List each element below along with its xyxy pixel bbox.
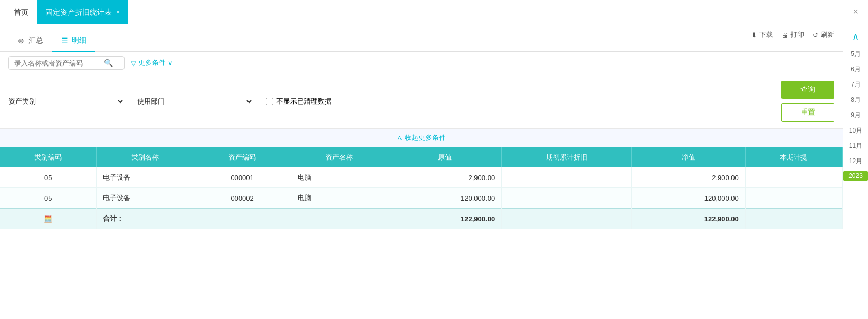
active-tab[interactable]: 固定资产折旧统计表 × [37, 0, 128, 24]
summary-label: 合计： [97, 209, 291, 229]
col-header-asset-name: 资产名称 [291, 147, 388, 167]
sidebar-month-item[interactable]: 6月 [847, 62, 864, 77]
search-input[interactable] [14, 59, 104, 67]
right-sidebar: ∧ 5月6月7月8月9月10月11月12月 2023 [843, 24, 868, 319]
sub-tabs: ⊛ 汇总 ☰ 明细 [0, 24, 743, 51]
active-tab-label: 固定资产折旧统计表 [45, 0, 112, 24]
main-panel: ⊛ 汇总 ☰ 明细 ⬇ 下载 🖨 打印 ↺ 刷 [0, 24, 843, 319]
department-select[interactable] [169, 95, 253, 108]
tab-summary-label: 汇总 [28, 36, 43, 45]
cell-original-value: 120,000.00 [388, 188, 501, 209]
sidebar-month-item[interactable]: 11月 [847, 138, 864, 154]
col-header-category-name: 类别名称 [97, 147, 194, 167]
search-bar: 🔍 ▽ 更多条件 ∨ [0, 52, 843, 74]
tab-detail[interactable]: ☰ 明细 [52, 36, 95, 52]
collapse-label: ∧ 收起更多条件 [397, 134, 446, 142]
cell-accumulated-dep [502, 188, 632, 209]
table-wrap: 类别编码 类别名称 资产编码 资产名称 原值 期初累计折旧 净值 本期计提 05… [0, 147, 843, 319]
cell-current-period [745, 167, 842, 188]
refresh-button[interactable]: ↺ 刷新 [813, 30, 834, 40]
print-label: 打印 [790, 30, 804, 40]
sidebar-month-item[interactable]: 12月 [847, 154, 864, 169]
summary-net-value: 122,900.00 [632, 209, 745, 229]
print-icon: 🖨 [781, 31, 788, 39]
tab-summary[interactable]: ⊛ 汇总 [8, 36, 52, 52]
summary-icon: ⊛ [17, 36, 25, 45]
cell-category-name: 电子设备 [97, 188, 194, 209]
hide-cleared-item: 不显示已清理数据 [266, 97, 331, 106]
sidebar-scroll-up-button[interactable]: ∧ [850, 29, 861, 44]
sidebar-month-item[interactable]: 9月 [847, 108, 864, 123]
summary-row: 🧮 合计： 122,900.00 122,900.00 [0, 209, 843, 229]
data-table: 类别编码 类别名称 资产编码 资产名称 原值 期初累计折旧 净值 本期计提 05… [0, 147, 843, 229]
col-header-net-value: 净值 [632, 147, 745, 167]
reset-button[interactable]: 重置 [781, 103, 834, 122]
cell-asset-name: 电脑 [291, 167, 388, 188]
refresh-label: 刷新 [821, 30, 834, 40]
filter-row: 资产类别 使用部门 不显示已清理数据 查询 [8, 81, 834, 122]
sidebar-month-item[interactable]: 5月 [847, 46, 864, 62]
tab-detail-label: 明细 [72, 36, 87, 45]
download-button[interactable]: ⬇ 下载 [751, 30, 773, 40]
more-conditions-button[interactable]: ▽ 更多条件 ∨ [131, 58, 173, 68]
cell-net-value: 120,000.00 [632, 188, 745, 209]
filter-area: 资产类别 使用部门 不显示已清理数据 查询 [0, 74, 843, 129]
summary-accumulated-dep [502, 209, 632, 229]
cell-asset-code: 000001 [194, 167, 291, 188]
filter-icon: ▽ [131, 59, 136, 67]
col-header-asset-code: 资产编码 [194, 147, 291, 167]
col-header-original-value: 原值 [388, 147, 501, 167]
summary-icon-cell: 🧮 [0, 209, 97, 229]
cell-accumulated-dep [502, 167, 632, 188]
cell-net-value: 2,900.00 [632, 167, 745, 188]
summary-empty-name [291, 209, 388, 229]
download-label: 下载 [759, 30, 773, 40]
year-badge[interactable]: 2023 [843, 171, 868, 181]
detail-icon: ☰ [60, 36, 69, 45]
cell-category-name: 电子设备 [97, 167, 194, 188]
hide-cleared-label: 不显示已清理数据 [276, 97, 331, 106]
content-area: ⊛ 汇总 ☰ 明细 ⬇ 下载 🖨 打印 ↺ 刷 [0, 24, 868, 319]
cell-asset-code: 000002 [194, 188, 291, 209]
home-tab[interactable]: 首页 [5, 0, 37, 24]
hide-cleared-checkbox[interactable] [266, 98, 273, 105]
download-icon: ⬇ [751, 31, 757, 39]
col-header-accumulated-dep: 期初累计折旧 [502, 147, 632, 167]
window-close-button[interactable]: × [848, 6, 863, 17]
print-button[interactable]: 🖨 打印 [781, 30, 804, 40]
table-row[interactable]: 05 电子设备 000002 电脑 120,000.00 120,000.00 [0, 188, 843, 209]
search-icon[interactable]: 🔍 [104, 59, 113, 67]
table-row[interactable]: 05 电子设备 000001 电脑 2,900.00 2,900.00 [0, 167, 843, 188]
summary-current-period [745, 209, 842, 229]
search-input-wrap: 🔍 [8, 56, 125, 70]
cell-asset-name: 电脑 [291, 188, 388, 209]
query-button[interactable]: 查询 [781, 81, 834, 99]
cell-original-value: 2,900.00 [388, 167, 501, 188]
top-nav: 首页 固定资产折旧统计表 × × [0, 0, 868, 24]
tab-close-icon[interactable]: × [116, 0, 120, 24]
sidebar-month-item[interactable]: 7月 [847, 77, 864, 92]
cell-category-code: 05 [0, 188, 97, 209]
more-conditions-label: 更多条件 [138, 58, 166, 68]
filter-buttons: 查询 重置 [781, 81, 834, 122]
summary-original-value: 122,900.00 [388, 209, 501, 229]
toolbar: ⬇ 下载 🖨 打印 ↺ 刷新 [743, 24, 843, 45]
refresh-icon: ↺ [813, 31, 818, 39]
table-header-row: 类别编码 类别名称 资产编码 资产名称 原值 期初累计折旧 净值 本期计提 [0, 147, 843, 167]
asset-category-label: 资产类别 [8, 97, 36, 106]
cell-current-period [745, 188, 842, 209]
col-header-category-code: 类别编码 [0, 147, 97, 167]
collapse-bar[interactable]: ∧ 收起更多条件 [0, 129, 843, 147]
asset-category-filter: 资产类别 [8, 95, 125, 108]
sidebar-month-item[interactable]: 8月 [847, 92, 864, 108]
department-filter: 使用部门 [137, 95, 253, 108]
col-header-current-period: 本期计提 [745, 147, 842, 167]
sidebar-month-item[interactable]: 10月 [847, 123, 864, 138]
chevron-down-icon: ∨ [168, 59, 173, 67]
department-label: 使用部门 [137, 97, 165, 106]
asset-category-select[interactable] [40, 95, 125, 108]
cell-category-code: 05 [0, 167, 97, 188]
